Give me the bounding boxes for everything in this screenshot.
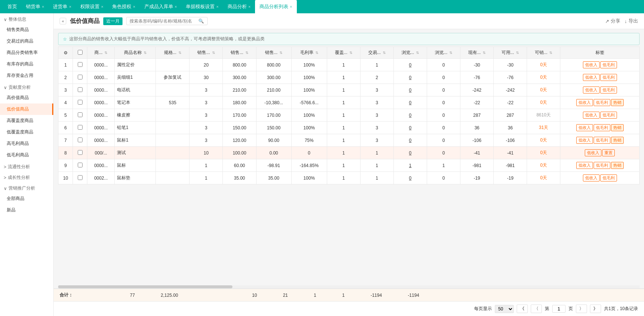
sidebar-group-contribution[interactable]: ∨ 贡献度分析: [0, 81, 53, 92]
nav-close-template[interactable]: ×: [216, 4, 218, 9]
row-checkbox[interactable]: [78, 87, 83, 92]
row-checkbox[interactable]: [78, 137, 83, 142]
th-qty[interactable]: 销售... ⇅: [189, 47, 223, 59]
prev-page-btn[interactable]: 〈: [531, 305, 542, 313]
nav-close-permission[interactable]: ×: [101, 4, 103, 9]
row-checkbox[interactable]: [78, 175, 83, 180]
row-checkbox[interactable]: [78, 150, 83, 155]
th-sales1[interactable]: 销售... ⇅: [223, 47, 256, 59]
td-browse1[interactable]: 0: [393, 147, 427, 159]
th-name[interactable]: 商品名称 ⇅: [115, 47, 156, 59]
next-page-btn[interactable]: 〉: [576, 305, 587, 313]
td-checkbox[interactable]: [73, 159, 87, 172]
browse-link[interactable]: 1: [409, 163, 412, 168]
td-browse1[interactable]: 0: [393, 122, 427, 134]
select-all-checkbox[interactable]: [78, 50, 83, 55]
sidebar-group-growth[interactable]: > 成长性分析: [0, 171, 53, 182]
th-trades[interactable]: 交易... ⇅: [360, 47, 393, 59]
th-spec[interactable]: 规格... ⇅: [156, 47, 189, 59]
sidebar-item-high-coverage[interactable]: 高覆盖度商品: [0, 115, 53, 126]
sidebar-group-overall[interactable]: ∨ 整体信息: [0, 13, 53, 24]
th-checkbox[interactable]: [73, 47, 87, 59]
browse-link[interactable]: 0: [409, 88, 412, 93]
browse-link[interactable]: 0: [409, 150, 412, 156]
td-checkbox[interactable]: [73, 122, 87, 134]
td-browse1[interactable]: 0: [393, 96, 427, 109]
td-checkbox[interactable]: [73, 147, 87, 159]
nav-close-sales[interactable]: ×: [42, 4, 44, 9]
browse-link[interactable]: 0: [409, 176, 412, 181]
sidebar-item-high-value[interactable]: 高价值商品: [0, 92, 53, 103]
filter-tag-recent-month[interactable]: 近一月: [103, 17, 123, 25]
row-checkbox[interactable]: [78, 62, 83, 67]
th-tags[interactable]: 标签: [560, 47, 640, 59]
th-available[interactable]: 可用... ⇅: [494, 47, 527, 59]
browse-link[interactable]: 0: [409, 113, 412, 118]
td-checkbox[interactable]: [73, 96, 87, 109]
per-page-select[interactable]: 50 100 200: [495, 305, 514, 313]
th-code[interactable]: 商... ⇅: [87, 47, 115, 59]
search-input[interactable]: [130, 18, 196, 24]
sidebar-item-new-products[interactable]: 新品: [0, 204, 53, 216]
td-checkbox[interactable]: [73, 172, 87, 184]
td-checkbox[interactable]: [73, 84, 87, 96]
td-browse1[interactable]: 0: [393, 109, 427, 122]
row-checkbox[interactable]: [78, 125, 83, 130]
sidebar-item-sales-products[interactable]: 销售类商品: [0, 24, 53, 35]
nav-permission-settings[interactable]: 权限设置 ×: [76, 0, 108, 13]
td-browse1[interactable]: 0: [393, 172, 427, 184]
sidebar-group-marketing[interactable]: ∨ 营销推广分析: [0, 182, 53, 193]
row-checkbox[interactable]: [78, 100, 83, 105]
sidebar-item-low-coverage[interactable]: 低覆盖度商品: [0, 126, 53, 138]
browse-link[interactable]: 0: [409, 62, 412, 68]
sidebar-item-all-products[interactable]: 全部商品: [0, 193, 53, 204]
nav-close-analysis[interactable]: ×: [248, 4, 251, 9]
th-settings[interactable]: ⚙: [58, 47, 73, 59]
td-checkbox[interactable]: [73, 134, 87, 147]
th-browse2[interactable]: 浏览... ⇅: [427, 47, 460, 59]
th-stock[interactable]: 现有... ⇅: [460, 47, 494, 59]
nav-home[interactable]: 首页: [3, 0, 21, 13]
sidebar-item-traded-products[interactable]: 交易过的商品: [0, 35, 53, 47]
row-checkbox[interactable]: [78, 163, 83, 167]
row-checkbox[interactable]: [78, 75, 83, 79]
nav-template-settings[interactable]: 单据模板设置 ×: [181, 0, 223, 13]
th-margin[interactable]: 毛利率 ⇅: [291, 47, 327, 59]
browse-link[interactable]: 0: [409, 138, 412, 143]
browse-link[interactable]: 0: [409, 100, 412, 105]
sidebar-group-circulation[interactable]: > 流通性分析: [0, 161, 53, 171]
nav-product-warehouse[interactable]: 产成品入库单 ×: [140, 0, 181, 13]
nav-close-purchase[interactable]: ×: [69, 4, 71, 9]
nav-sales-order[interactable]: 销货单 ×: [21, 0, 48, 13]
td-checkbox[interactable]: [73, 109, 87, 122]
nav-product-analysis-list[interactable]: 商品分析列表 ×: [255, 0, 296, 13]
nav-close-role[interactable]: ×: [133, 4, 135, 9]
browse-link[interactable]: 0: [409, 75, 412, 80]
last-page-btn[interactable]: 》: [590, 305, 601, 313]
th-sales2[interactable]: 销售... ⇅: [256, 47, 291, 59]
sidebar-item-stock-products[interactable]: 有库存的商品: [0, 58, 53, 70]
nav-close-warehouse[interactable]: ×: [175, 4, 177, 9]
td-browse1[interactable]: 0: [393, 84, 427, 96]
sidebar-collapse-btn[interactable]: «: [60, 18, 66, 24]
search-icon[interactable]: 🔍: [198, 18, 204, 24]
td-browse1[interactable]: 1: [393, 159, 427, 172]
th-browse1[interactable]: 浏览... ⇅: [393, 47, 427, 59]
sidebar-item-stock-capital[interactable]: 库存资金占用: [0, 70, 53, 81]
td-checkbox[interactable]: [73, 59, 87, 71]
nav-role-auth[interactable]: 角色授权 ×: [108, 0, 140, 13]
page-number-input[interactable]: [552, 305, 566, 313]
th-sellable[interactable]: 可销... ⇅: [527, 47, 560, 59]
sidebar-item-category-sales-rate[interactable]: 商品分类销售率: [0, 47, 53, 58]
nav-product-analysis[interactable]: 商品分析 ×: [223, 0, 255, 13]
table-scrollbar[interactable]: [58, 285, 640, 288]
share-button[interactable]: ↗ 分享: [605, 18, 620, 24]
export-button[interactable]: ↓ 导出: [625, 18, 638, 24]
td-browse1[interactable]: 0: [393, 134, 427, 147]
td-browse1[interactable]: 0: [393, 71, 427, 84]
th-coverage[interactable]: 覆盖... ⇅: [327, 47, 360, 59]
nav-close-analysis-list[interactable]: ×: [290, 4, 292, 9]
sidebar-item-low-value[interactable]: 低价值商品: [0, 103, 53, 115]
row-checkbox[interactable]: [78, 112, 83, 117]
td-checkbox[interactable]: [73, 71, 87, 84]
